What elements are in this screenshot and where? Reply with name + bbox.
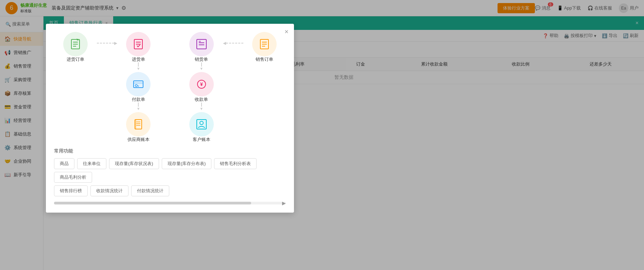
- purchase-order-svg: [69, 38, 82, 50]
- v-arrow-payment: ▼: [117, 103, 160, 111]
- arrow-h-1: ▶: [97, 41, 117, 54]
- supplier-book-label: 供应商账本: [127, 137, 150, 143]
- flow-row-3: 供应商账本 客户账本: [54, 112, 286, 143]
- modal-scrollbar-thumb[interactable]: [54, 202, 251, 204]
- purchase-bill-svg: [132, 38, 144, 50]
- svg-rect-16: [134, 82, 143, 84]
- flow-node-purchase-order: 进货订单: [54, 32, 97, 62]
- v-arrow-receive: ▼: [180, 103, 223, 111]
- receive-icon[interactable]: ¥: [189, 72, 214, 96]
- modal-scrollbar[interactable]: ▶: [54, 202, 286, 204]
- flow-node-receive: ¥ 收款单: [180, 72, 223, 103]
- purchase-order-label: 进货订单: [67, 56, 84, 62]
- svg-text:¥: ¥: [200, 82, 203, 87]
- func-btn-stock-status[interactable]: 现存量(库存状况表): [109, 158, 159, 169]
- spacer-1: [160, 43, 180, 51]
- func-btn-partner[interactable]: 往来单位: [77, 158, 106, 169]
- customer-book-icon[interactable]: [189, 112, 214, 137]
- flow-node-sale-bill: 销货单: [180, 32, 223, 62]
- supplier-book-icon[interactable]: [126, 112, 151, 137]
- payment-svg: ¥: [132, 78, 144, 90]
- payment-icon[interactable]: ¥: [126, 72, 151, 96]
- func-btn-receive-stats[interactable]: 收款情况统计: [90, 185, 128, 196]
- modal-overlay[interactable]: × 进货订单 ▶ 进货单: [0, 0, 644, 270]
- flow-row-2: ¥ 付款单 ¥ 收款单: [54, 72, 286, 103]
- v-arrow-purchase: ▼: [117, 62, 160, 71]
- func-btn-sales-margin[interactable]: 销售毛利分析表: [214, 158, 257, 169]
- func-btn-product-margin[interactable]: 商品毛利分析: [54, 172, 92, 183]
- customer-book-svg: [195, 118, 208, 130]
- flow-arrows-row: ▼ ▼: [54, 62, 286, 72]
- v-arrow-sale: ▼: [180, 62, 223, 71]
- scrollbar-right-arrow[interactable]: ▶: [282, 200, 286, 206]
- svg-rect-7: [197, 39, 206, 49]
- svg-text:¥: ¥: [137, 85, 139, 88]
- supplier-book-svg: [132, 118, 144, 130]
- purchase-order-icon[interactable]: [63, 32, 88, 56]
- modal-close-btn[interactable]: ×: [284, 28, 289, 36]
- sale-bill-icon[interactable]: [189, 32, 214, 56]
- common-functions: 常用功能 商品 往来单位 现存量(库存状况表) 现存量(库存分布表) 销售毛利分…: [54, 148, 286, 196]
- sale-order-label: 销售订单: [256, 56, 273, 62]
- func-btn-sales-rank[interactable]: 销售排行榜: [54, 185, 88, 196]
- func-buttons-row-1: 商品 往来单位 现存量(库存状况表) 现存量(库存分布表) 销售毛利分析表 商品…: [54, 158, 286, 183]
- sale-bill-svg: [195, 38, 208, 50]
- func-buttons-row-2: 销售排行榜 收款情况统计 付款情况统计: [54, 185, 286, 196]
- payment-label: 付款单: [132, 96, 145, 103]
- func-btn-product[interactable]: 商品: [54, 158, 74, 169]
- purchase-bill-label: 进货单: [132, 56, 145, 62]
- func-btn-stock-dist[interactable]: 现存量(库存分布表): [162, 158, 212, 169]
- modal-dialog: × 进货订单 ▶ 进货单: [46, 24, 294, 213]
- sale-order-icon[interactable]: [252, 32, 277, 56]
- purchase-bill-icon[interactable]: [126, 32, 151, 56]
- svg-rect-10: [199, 41, 201, 42]
- customer-book-label: 客户账本: [193, 137, 210, 143]
- svg-point-17: [135, 85, 137, 87]
- sale-order-svg: [258, 38, 271, 50]
- svg-point-27: [200, 121, 203, 125]
- flow-node-supplier-book: 供应商账本: [117, 112, 160, 143]
- flow-node-customer-book: 客户账本: [180, 112, 223, 143]
- common-functions-title: 常用功能: [54, 148, 286, 154]
- arrow-h-2: ◀: [223, 41, 243, 54]
- receive-label: 收款单: [195, 96, 208, 103]
- flow-row-1: 进货订单 ▶ 进货单 销货单: [54, 32, 286, 62]
- func-btn-payment-stats[interactable]: 付款情况统计: [131, 185, 169, 196]
- flow-node-payment: ¥ 付款单: [117, 72, 160, 103]
- receive-svg: ¥: [195, 78, 208, 90]
- flow-arrows-row-2: ▼ ▼: [54, 103, 286, 112]
- svg-rect-25: [135, 120, 136, 129]
- sale-bill-label: 销货单: [195, 56, 208, 62]
- flow-node-purchase-bill: 进货单: [117, 32, 160, 62]
- flow-node-sale-order: 销售订单: [243, 32, 286, 62]
